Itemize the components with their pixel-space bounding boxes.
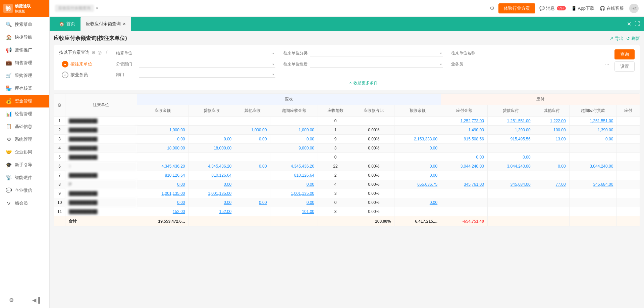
partner-name-input[interactable]	[478, 49, 610, 57]
tab-maximize-icon[interactable]: ⛶	[635, 21, 640, 27]
cell-other_payable[interactable]: 0.00	[534, 162, 569, 171]
link-advance_balance[interactable]: 0.00	[430, 146, 437, 150]
sidebar-item-hardware[interactable]: 📡 智能硬件	[0, 171, 49, 184]
link-ap_amount[interactable]: 915,508.56	[464, 137, 484, 141]
link-other_payable[interactable]: 77.00	[556, 182, 566, 187]
cell-overdue_ar[interactable]: 0.00	[270, 198, 318, 207]
link-overdue_ar[interactable]: 1,000.00	[299, 128, 314, 132]
cell-ap_amount[interactable]: 1,252,773.00	[441, 117, 488, 126]
department-arrow[interactable]: ▾	[272, 73, 274, 76]
cell-ar_amount[interactable]: 152.00	[137, 207, 189, 216]
link-advance_balance[interactable]: 655,636.75	[417, 182, 437, 187]
cell-ap_amount[interactable]: 915,508.56	[441, 135, 488, 144]
sidebar-item-wechat[interactable]: 💬 企业微信	[0, 184, 49, 197]
cell-other_payable[interactable]: 13.00	[534, 135, 569, 144]
cell-loan_receivable[interactable]: 18,000.00	[189, 144, 235, 153]
link-overdue_ap[interactable]: 3,044,240.00	[590, 164, 613, 169]
link-advance_balance[interactable]: 2,153,333.00	[414, 137, 437, 141]
cell-other_payable[interactable]: 1,222.00	[534, 117, 569, 126]
partner-category-arrow[interactable]: ▾	[440, 51, 442, 55]
sidebar-item-sales[interactable]: 💼 销售管理	[0, 56, 49, 69]
cell-overdue_ap[interactable]: 3,044,240.00	[569, 162, 617, 171]
cell-overdue_ar[interactable]: 101.00	[270, 207, 318, 216]
user-area[interactable]: Rit	[629, 4, 639, 13]
sidebar-item-inventory[interactable]: 🏪 库存核算	[0, 82, 49, 95]
collapse-icon[interactable]: 《	[104, 50, 108, 55]
cell-ar_amount[interactable]: 0.00	[137, 135, 189, 144]
collapse-more-btn[interactable]: ∧ 收起更多条件	[116, 80, 610, 86]
cell-advance_balance[interactable]: 0.00	[394, 198, 441, 207]
tab-home[interactable]: 🏠 首页	[54, 17, 80, 31]
tab-close-window-icon[interactable]: ✕	[627, 21, 631, 27]
tab-ar-ap-query[interactable]: 应收应付余额查询 ✕	[80, 17, 131, 31]
query-type-by-partner[interactable]: ● 按往来单位	[59, 59, 108, 70]
cell-overdue_ap[interactable]: 345,684.00	[569, 180, 617, 189]
cell-loan_receivable[interactable]: 0.00	[189, 180, 235, 189]
sidebar-item-search-menu[interactable]: 🔍 搜索菜单	[0, 18, 49, 31]
link-other_payable[interactable]: 1,222.00	[550, 119, 566, 123]
link-loan_receivable[interactable]: 18,000.00	[214, 146, 231, 150]
link-other_payable[interactable]: 100.00	[553, 128, 566, 132]
sidebar-item-marketing[interactable]: 📢 营销推广	[0, 44, 49, 56]
cell-ar_amount[interactable]: 1,000.00	[137, 126, 189, 135]
salesperson-dots[interactable]: ···	[605, 61, 609, 67]
sidebar-item-fund[interactable]: 💰 资金管理	[0, 95, 49, 107]
link-advance_balance[interactable]: 0.00	[430, 164, 437, 169]
link-other_receivable[interactable]: 0.00	[259, 164, 267, 169]
online-service-btn[interactable]: 🎧 在线客服	[600, 5, 624, 11]
link-ar_amount[interactable]: 1,001,135.00	[161, 191, 185, 196]
cell-loan_payable[interactable]: 1,390.00	[487, 126, 534, 135]
link-loan_payable[interactable]: 915,495.56	[511, 137, 531, 141]
cell-overdue_ap[interactable]: 1,390.00	[569, 126, 617, 135]
link-loan_payable[interactable]: 3,044,240.00	[507, 164, 531, 169]
link-ar_amount[interactable]: 0.00	[177, 182, 185, 187]
tab-close-icon[interactable]: ✕	[123, 22, 126, 26]
link-advance_balance[interactable]: 0.00	[430, 200, 437, 205]
cell-ap_amount[interactable]: 0.00	[441, 153, 488, 162]
cell-advance_balance[interactable]: 655,636.75	[394, 180, 441, 189]
cell-ar_amount[interactable]: 4,345,436.20	[137, 162, 189, 171]
link-overdue_ap[interactable]: 1,251,551.00	[590, 119, 613, 123]
app-download-btn[interactable]: 📱 App下载	[571, 5, 594, 11]
cell-overdue_ar[interactable]: 4,345,436.20	[270, 162, 318, 171]
cell-overdue_ar[interactable]: 1,001,135.00	[270, 189, 318, 198]
sidebar-item-purchase[interactable]: 🛒 采购管理	[0, 69, 49, 82]
cell-loan_payable[interactable]: 1,251,551.00	[487, 117, 534, 126]
cell-other_receivable[interactable]: 0.00	[235, 162, 270, 171]
partner-nature-arrow[interactable]: ▾	[440, 62, 442, 66]
settings-icon[interactable]: ◎	[98, 50, 102, 55]
sidebar-item-enterprise[interactable]: 🤝 企业协同	[0, 146, 49, 159]
link-loan_payable[interactable]: 1,390.00	[515, 128, 531, 132]
link-loan_receivable[interactable]: 810,126.64	[211, 173, 231, 178]
cell-ap_amount[interactable]: 345,761.00	[441, 180, 488, 189]
sidebar-collapse-icon[interactable]: ◀▐	[28, 295, 44, 305]
link-overdue_ar[interactable]: 0.00	[307, 182, 314, 187]
cell-advance_balance[interactable]: 2,153,333.00	[394, 135, 441, 144]
table-settings-icon[interactable]: ⚙	[57, 102, 62, 108]
cell-loan_receivable[interactable]: 0.00	[189, 198, 235, 207]
link-overdue_ap[interactable]: 1,390.00	[598, 128, 613, 132]
link-advance_balance[interactable]: 0.00	[430, 173, 437, 178]
link-overdue_ap[interactable]: 0.00	[605, 137, 613, 141]
cell-overdue_ar[interactable]: 810,126.64	[270, 171, 318, 180]
link-ap_amount[interactable]: 3,044,240.00	[461, 164, 484, 169]
sidebar-item-operations[interactable]: 📊 经营管理	[0, 107, 49, 120]
cell-overdue_ar[interactable]: 9,000.00	[270, 144, 318, 153]
link-other_receivable[interactable]: 0.00	[259, 200, 267, 205]
query-button[interactable]: 查询	[614, 49, 635, 59]
cell-loan_receivable[interactable]: 1,001,135.00	[189, 189, 235, 198]
cell-other_receivable[interactable]: 0.00	[235, 198, 270, 207]
sidebar-item-guide[interactable]: 🎓 新手引导	[0, 159, 49, 171]
link-overdue_ar[interactable]: 1,001,135.00	[291, 191, 314, 196]
solution-button[interactable]: 体验行业方案	[498, 3, 535, 13]
link-overdue_ap[interactable]: 345,684.00	[593, 182, 613, 187]
cell-advance_balance[interactable]: 0.00	[394, 144, 441, 153]
link-other_receivable[interactable]: 1,000.00	[251, 128, 267, 132]
link-loan_payable[interactable]: 0.00	[523, 155, 530, 160]
link-ar_amount[interactable]: 18,000.00	[167, 146, 185, 150]
cell-loan_receivable[interactable]: 4,345,436.20	[189, 162, 235, 171]
export-btn[interactable]: ↗ 导出	[610, 36, 624, 42]
cell-ar_amount[interactable]: 810,126.64	[137, 171, 189, 180]
cell-loan_receivable[interactable]: 152.00	[189, 207, 235, 216]
link-loan_payable[interactable]: 1,251,551.00	[507, 119, 531, 123]
